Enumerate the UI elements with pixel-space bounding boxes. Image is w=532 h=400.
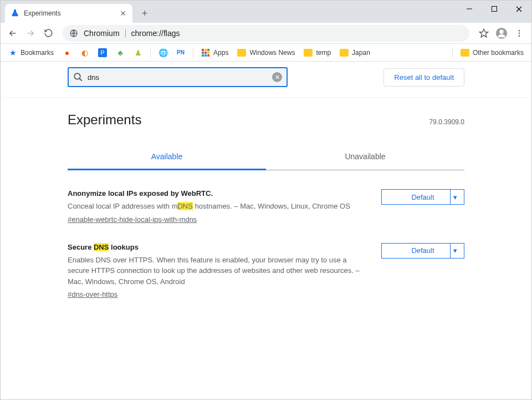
window-controls	[457, 1, 531, 17]
globe-icon	[69, 29, 78, 38]
folder-icon	[340, 49, 349, 57]
forward-button[interactable]	[23, 26, 38, 41]
svg-rect-14	[207, 52, 209, 54]
search-box[interactable]: ✕	[68, 67, 288, 87]
site-icon: P	[98, 48, 107, 57]
select-value: Default	[411, 193, 434, 201]
flag-description: Conceal local IP addresses with mDNS hos…	[68, 201, 365, 212]
back-button[interactable]	[5, 26, 21, 41]
tab-unavailable[interactable]: Unavailable	[266, 144, 464, 170]
bookmark-separator	[193, 48, 193, 58]
svg-rect-17	[207, 54, 209, 57]
bookmark-reddit[interactable]: ●	[59, 46, 75, 59]
reddit-icon: ●	[63, 48, 71, 57]
folder-icon	[304, 49, 313, 57]
bookmark-site-2[interactable]: P	[95, 46, 110, 59]
tabs-row: Available Unavailable	[68, 144, 464, 170]
flag-title: Secure DNS lookups	[68, 243, 365, 251]
site-icon: ♣	[116, 48, 125, 57]
flag-item: Anonymize local IPs exposed by WebRTC. C…	[68, 170, 464, 224]
flag-title: Anonymize local IPs exposed by WebRTC.	[68, 189, 365, 198]
bookmark-site-5[interactable]: PN	[173, 46, 188, 59]
bookmarks-item[interactable]: ★ Bookmarks	[5, 46, 57, 59]
search-input[interactable]	[88, 73, 272, 82]
menu-icon[interactable]	[511, 26, 527, 41]
svg-point-18	[74, 73, 80, 79]
bookmark-label: temp	[316, 49, 331, 57]
bookmark-android[interactable]: ♟	[130, 46, 146, 59]
flag-item: Secure DNS lookups Enables DNS over HTTP…	[68, 224, 464, 300]
svg-rect-1	[492, 7, 497, 12]
svg-point-7	[519, 32, 520, 34]
bookmark-folder[interactable]: Windows News	[234, 47, 298, 59]
svg-point-8	[519, 35, 520, 37]
svg-rect-16	[204, 54, 207, 57]
bookmark-separator	[452, 48, 453, 58]
address-bar[interactable]: Chromium chrome://flags	[63, 25, 469, 42]
other-bookmarks[interactable]: Other bookmarks	[457, 47, 527, 59]
tab-available[interactable]: Available	[68, 144, 266, 170]
svg-rect-11	[207, 49, 209, 51]
bookmark-label: Bookmarks	[21, 49, 54, 57]
folder-icon	[237, 49, 246, 57]
svg-point-5	[499, 29, 503, 33]
url-divider	[125, 29, 126, 38]
apps-icon	[201, 48, 210, 57]
globe-icon: 🌐	[158, 48, 167, 57]
star-icon: ★	[8, 48, 17, 57]
search-row: ✕ Reset all to default	[1, 67, 531, 98]
folder-icon	[461, 49, 469, 57]
header-row: Experiments 79.0.3909.0	[68, 112, 464, 128]
profile-icon[interactable]	[494, 26, 509, 41]
bookmark-folder[interactable]: temp	[300, 47, 334, 59]
close-icon[interactable]	[119, 9, 127, 17]
flag-anchor-link[interactable]: #dns-over-https	[68, 290, 117, 298]
toolbar: Chromium chrome://flags	[1, 23, 531, 44]
page-title: Experiments	[68, 112, 141, 128]
flag-anchor-link[interactable]: #enable-webrtc-hide-local-ips-with-mdns	[68, 215, 197, 224]
site-icon: ◐	[80, 48, 89, 57]
site-icon: PN	[176, 48, 185, 57]
tab-title: Experiments	[24, 9, 119, 17]
flask-icon	[11, 9, 19, 18]
browser-tab[interactable]: Experiments	[5, 4, 132, 23]
close-window-button[interactable]	[507, 1, 531, 17]
search-highlight: DNS	[177, 202, 192, 210]
select-value: Default	[411, 246, 434, 255]
bookmark-label: Windows News	[249, 49, 295, 57]
android-icon: ♟	[134, 48, 142, 57]
flag-select[interactable]: Default	[381, 243, 464, 259]
new-tab-button[interactable]: +	[137, 6, 152, 21]
bookmark-site-3[interactable]: ♣	[112, 46, 128, 59]
svg-rect-9	[202, 49, 204, 51]
url-host: Chromium	[84, 29, 120, 38]
bookmark-site-1[interactable]: ◐	[77, 46, 93, 59]
svg-point-6	[519, 30, 520, 32]
url-text: Chromium chrome://flags	[84, 29, 180, 38]
bookmark-star-icon[interactable]	[476, 26, 492, 41]
svg-rect-12	[202, 52, 204, 54]
clear-search-button[interactable]: ✕	[272, 72, 282, 82]
reload-button[interactable]	[40, 26, 56, 41]
flag-select[interactable]: Default	[381, 189, 464, 205]
flag-description: Enables DNS over HTTPS. When this featur…	[68, 255, 365, 287]
version-text: 79.0.3909.0	[429, 118, 464, 126]
maximize-button[interactable]	[482, 1, 507, 17]
bookmark-label: Japan	[352, 49, 370, 57]
bookmark-apps[interactable]: Apps	[198, 46, 232, 59]
search-highlight: DNS	[94, 243, 109, 251]
svg-rect-10	[204, 49, 207, 51]
bookmark-label: Other bookmarks	[473, 49, 524, 57]
bookmark-label: Apps	[213, 49, 228, 57]
content-area[interactable]: ✕ Reset all to default Experiments 79.0.…	[1, 62, 531, 399]
bookmark-folder[interactable]: Japan	[336, 47, 374, 59]
reset-all-button[interactable]: Reset all to default	[383, 68, 464, 87]
bookmark-site-4[interactable]: 🌐	[155, 46, 171, 59]
bookmarks-bar: ★ Bookmarks ● ◐ P ♣ ♟ 🌐 PN Apps Windows …	[1, 44, 531, 62]
url-path: chrome://flags	[131, 29, 180, 38]
title-bar: Experiments +	[1, 1, 531, 23]
minimize-button[interactable]	[457, 1, 482, 17]
bookmark-separator	[150, 48, 151, 58]
svg-marker-3	[480, 29, 488, 37]
svg-line-19	[79, 78, 82, 81]
